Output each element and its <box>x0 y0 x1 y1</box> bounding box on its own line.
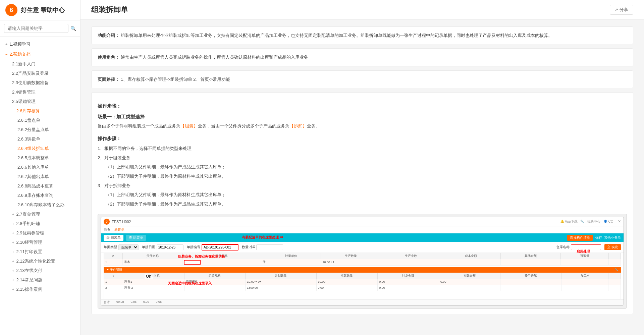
cell-qty: 10.00 +1 <box>321 259 381 265</box>
sidebar-item-sales[interactable]: 2.4销售管理 <box>9 88 80 97</box>
sidebar-item-stock-error[interactable]: 2.6.10库存账本错了么办 <box>15 200 80 210</box>
path-block: 页面路径： 1、库存核算->库存管理->组装拆卸单 2、首页->常用功能 <box>91 70 633 88</box>
col-plan-qty: 计划数量 <box>246 273 316 279</box>
col-prod-qty: 生产数量 <box>321 253 381 259</box>
field-type: 单据类型 组装单 拆卸单 <box>104 244 139 250</box>
share-icon: ↗ <box>615 7 618 12</box>
sidebar-item-prepare[interactable]: 2.3使用前数据准备 <box>9 78 80 88</box>
sidebar-item-cases[interactable]: + 2.15操作案例 <box>9 285 80 294</box>
btn-save[interactable]: 保存 <box>595 235 602 240</box>
annotation-1: 有装配清单的在这里处理 ➡ <box>242 235 283 240</box>
col-num: # <box>104 253 123 259</box>
sidebar-item-assembly[interactable]: 2.6.4组装拆卸单 <box>15 144 80 153</box>
orange-divider: ▼ 子件明细 🔧 <box>104 267 621 273</box>
btn-other[interactable]: 其他业务单 <box>604 235 621 240</box>
tab-list[interactable]: 查 组装单 <box>126 235 146 241</box>
field-date-label: 单据日期 <box>142 245 155 249</box>
sidebar-item-faq[interactable]: + 2.14常见问题 <box>9 275 80 285</box>
field-no-label: 单据编号 <box>187 245 200 249</box>
field-type-select[interactable]: 组装单 拆卸单 <box>118 244 139 250</box>
sidebar-item-coupon[interactable]: + 2.9优惠券管理 <box>9 228 80 238</box>
menu-home[interactable]: 自页 <box>104 227 110 232</box>
disassemble-link[interactable]: 【拆卸】 <box>289 123 307 128</box>
step3-1-text: （1）上部明细为父件明细，最终作为原材料生成其它出库单； <box>106 191 627 199</box>
sidebar-item-cost-adjust[interactable]: 2.6.5成本调整单 <box>15 153 80 163</box>
col-cost-dist: 费用分配 <box>500 273 561 279</box>
footer-val3: 0.00 <box>143 300 149 304</box>
spec-input[interactable] <box>184 260 201 265</box>
col-action <box>609 253 621 259</box>
tab-assembly-form[interactable]: 采 组装单 <box>104 235 123 241</box>
sidebar-item-docs[interactable]: − 2.帮助文档 <box>0 49 80 59</box>
col-sub-name: 子件名称 <box>123 273 184 279</box>
field-date-input[interactable] <box>157 244 183 250</box>
sidebar-item-adjust[interactable]: 2.6.3调拨单 <box>15 134 80 144</box>
child-table-row-2: 2 理条 2 1300.00 0.00 0.00 <box>104 285 621 291</box>
btn-select-bom[interactable]: 选择构件清单 <box>567 235 593 241</box>
sidebar-item-inventory[interactable]: − 2.6库存核算 <box>9 106 80 116</box>
main-area: 组装拆卸单 ↗ 分享 功能介绍： 组装拆卸单用来处理企业组装或拆卸等加工业务，支… <box>80 0 644 335</box>
cell-unit: 件 <box>261 259 321 265</box>
btn-confirm[interactable]: 立 实发 <box>604 244 621 250</box>
sidebar-item-stock-split[interactable]: 2.6.2分量盘点单 <box>15 125 80 134</box>
field-date: 单据日期 <box>142 244 183 250</box>
cell-spec <box>182 259 261 265</box>
top-bar: 组装拆卸单 ↗ 分享 <box>80 0 644 20</box>
col-act-qty: 实际数量 <box>316 273 378 279</box>
col-sub-num: # <box>104 273 123 279</box>
close-icon[interactable]: ✕ <box>618 219 621 224</box>
field-qty-input[interactable] <box>256 244 283 250</box>
app-titlebar-text: TEST-H002 <box>112 220 131 224</box>
toolbar-btns: 保存 其他业务单 <box>595 235 621 240</box>
sidebar-item-newbie[interactable]: 2.1新手入门 <box>9 59 80 69</box>
footer-val4: 0.06 <box>156 300 162 304</box>
child-table-header: # 子件名称 组装规格 计划数量 实际数量 计划金额 实际金额 费用分配 加工M <box>104 273 621 279</box>
col-unit: 计量单位 <box>261 253 321 259</box>
sidebar-item-other-out[interactable]: 2.6.7其他出库单 <box>15 172 80 181</box>
step2-text: 2、对于组装业务 <box>98 154 627 162</box>
sidebar-item-install[interactable]: 2.2产品安装及登录 <box>9 69 80 78</box>
sidebar-item-print[interactable]: + 2.11打印设置 <box>9 247 80 257</box>
screenshot-inner: 6 TEST-H002 🔔 App下载 🔧 帮助中心 👤 CC ✕ 自页 新建单 <box>98 214 627 308</box>
sidebar: 6 好生意 帮助中心 🔍 + 1.视频学习 − 2.帮助文档 2.1新手入门 2… <box>0 0 80 335</box>
field-type-label: 单据类型 <box>104 245 117 249</box>
search-box: 🔍 <box>0 20 80 37</box>
role-block: 使用角色： 通常由生产人员或库管人员完成拆装业务的操作，库管人员确认原材料的出库… <box>91 48 633 66</box>
search-input[interactable] <box>4 24 68 33</box>
sidebar-item-finance[interactable]: + 2.7资金管理 <box>9 210 80 219</box>
role-text: 通常由生产人员或库管人员完成拆装业务的操作，库管人员确认原材料的出库和产成品的入… <box>121 55 308 60</box>
sidebar-item-other-in[interactable]: 2.6.6其他入库单 <box>15 163 80 172</box>
sidebar-item-mobile[interactable]: + 2.8手机旺铺 <box>9 219 80 228</box>
sidebar-item-stock-count[interactable]: 2.6.1盘点单 <box>15 116 80 125</box>
sidebar-item-cost-recalc[interactable]: 2.6.8商品成本重算 <box>15 181 80 191</box>
assembly-link[interactable]: 【组装】 <box>180 123 198 128</box>
cell-btn <box>609 259 621 265</box>
minus-icon: − <box>5 52 7 56</box>
app-logo: 6 <box>5 4 17 16</box>
sidebar-item-sys[interactable]: + 2.12系统个性化设置 <box>9 257 80 266</box>
plus-icon-pay: + <box>12 269 14 273</box>
footer-val1: 99.08 <box>116 300 124 304</box>
app-logo-small: 6 <box>104 219 110 225</box>
sidebar-item-online-pay[interactable]: + 2.13在线支付 <box>9 266 80 275</box>
role-label: 使用角色： <box>98 55 119 60</box>
ops-section: 操作步骤： 场景一：加工类型选择 当由多个子件材料组装成一个成品的业务为【组装】… <box>91 92 633 314</box>
sidebar-item-stock-query[interactable]: 2.6.9库存账本查询 <box>15 191 80 200</box>
field-no-input[interactable] <box>202 244 238 250</box>
menu-new[interactable]: 新建单 <box>114 227 124 232</box>
step2-1-text: （1）上部明细为父件明细，最终作为产成品生成其它入库单； <box>106 163 627 171</box>
nav-sub-docs: 2.1新手入门 2.2产品安装及登录 2.3使用前数据准备 2.4销售管理 2.… <box>0 59 80 294</box>
cell-name: 米木 <box>122 259 182 265</box>
app-window: 6 TEST-H002 🔔 App下载 🔧 帮助中心 👤 CC ✕ 自页 新建单 <box>101 217 624 305</box>
app-icons: 🔔 App下载 🔧 帮助中心 👤 CC <box>560 219 613 224</box>
share-button[interactable]: ↗ 分享 <box>610 5 633 15</box>
brand-name: 好生意 帮助中心 <box>21 6 65 14</box>
search-icon[interactable]: 🔍 <box>70 26 76 31</box>
sidebar-item-purchase[interactable]: 2.5采购管理 <box>9 97 80 106</box>
field-qty-label: 数量 小X <box>242 245 255 249</box>
sidebar-item-biz[interactable]: + 2.10经营管理 <box>9 238 80 247</box>
plus-icon-faq: + <box>12 278 14 282</box>
plus-icon-cases: + <box>12 287 14 291</box>
sidebar-item-video[interactable]: + 1.视频学习 <box>0 39 80 49</box>
field-no: 单据编号 <box>187 244 238 250</box>
